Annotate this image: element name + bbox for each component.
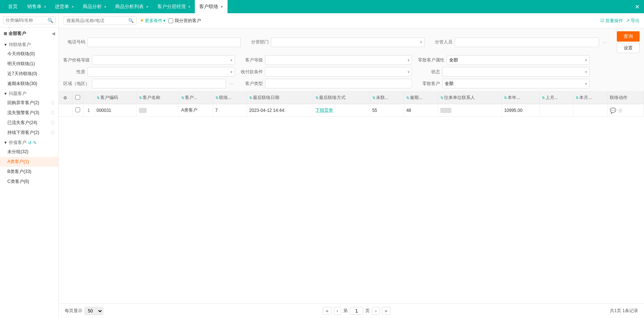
main-layout: 🔍 ⊞ 全部客户 ◀ ▼ 待联络客户 今天待联络(0) 明天待联络(1) 近7天… [0, 13, 644, 318]
col-last-contact-date[interactable]: 最后联络日期 [247, 92, 313, 104]
sidebar-item-b-class[interactable]: B类客户(33) [0, 167, 58, 177]
nav-tab-customer-contact[interactable]: 客户联络 × [195, 0, 227, 13]
phone-label: 电话号码 [63, 39, 85, 45]
settings-button[interactable]: 设置 [617, 43, 640, 53]
sidebar-item-declining[interactable]: 持续下滑客户(2) ⓘ [0, 128, 58, 138]
last-contact-method-link[interactable]: 下销货单 [315, 107, 333, 113]
nature-select[interactable]: ▾ [87, 67, 235, 77]
qr-icon[interactable]: ⊞ [618, 107, 623, 113]
retail-attr-select[interactable]: 全部 ▾ [447, 55, 590, 65]
sidebar-item-overdue[interactable]: 逾期未联络(30) [0, 79, 58, 89]
value-edit-icon[interactable]: ✎ [33, 140, 37, 145]
sidebar-item-churn-warning[interactable]: 流失预警客户(3) ⓘ [0, 108, 58, 118]
nav-home[interactable]: 首页 [3, 0, 23, 13]
sidebar-item-churned[interactable]: 已流失客户(24) ⓘ [0, 118, 58, 128]
close-sales-tab[interactable]: × [44, 4, 46, 9]
phone-input[interactable] [87, 38, 241, 47]
region-input[interactable] [92, 79, 226, 88]
page-size-dropdown[interactable]: 50 10 20 100 [85, 307, 103, 315]
row-checkbox[interactable] [75, 107, 80, 112]
bulk-op-icon: ☑ [600, 18, 604, 23]
export-btn[interactable]: ↗ 导出 [626, 18, 640, 24]
customer-table: ⚙ 客户编码 客户名称 客户... 联络... 最后联络日期 最后联络方式 未联… [59, 92, 644, 117]
sidebar-item-tomorrow[interactable]: 明天待联络(1) [0, 59, 58, 69]
filter-price-level: 客户价格等级 ▾ [63, 55, 235, 65]
gear-icon[interactable]: ⚙ [63, 95, 67, 100]
col-gear[interactable]: ⚙ [59, 92, 72, 104]
col-customer-name[interactable]: 客户名称 [136, 92, 179, 104]
select-all-checkbox[interactable] [75, 95, 80, 100]
retail-customer-chevron: ▾ [585, 82, 587, 86]
sidebar-item-ungrouped[interactable]: 未分组(32) [0, 147, 58, 157]
more-conditions-btn[interactable]: ▼ 更多条件 ▾ [140, 18, 165, 24]
col-last-month[interactable]: 上月... [539, 92, 573, 104]
col-this-year[interactable]: 本年... [502, 92, 539, 104]
dept-select[interactable]: ▾ [271, 38, 424, 47]
my-customers-checkbox[interactable]: 我分管的客户 [168, 18, 201, 24]
close-customer-tier-tab[interactable]: × [188, 4, 190, 9]
next-page-btn[interactable]: › [372, 307, 379, 315]
last-page-btn[interactable]: » [382, 307, 390, 315]
col-this-month[interactable]: 本月... [573, 92, 608, 104]
filter-row-4: 区域（地区） ··· 客户类型 零散客户 全部 ▾ [63, 79, 640, 88]
dept-chevron: ▾ [420, 40, 422, 44]
price-level-select[interactable]: ▾ [92, 55, 235, 65]
customer-level-select[interactable]: ▾ [265, 55, 412, 65]
unit-contact-blurred: RE . [440, 108, 451, 113]
close-purchase-tab[interactable]: × [71, 4, 74, 9]
sidebar-item-c-class[interactable]: C类客户(6) [0, 177, 58, 187]
person-dots[interactable]: ··· [601, 40, 608, 45]
window-close-icon[interactable]: ✕ [635, 3, 640, 10]
section-arrow-problem: ▼ [4, 92, 7, 96]
bulk-operation-btn[interactable]: ☑ 批量操作 [600, 18, 623, 24]
sidebar-item-a-class[interactable]: A类客户(1) [0, 157, 58, 167]
col-overdue[interactable]: 逾期... [404, 92, 438, 104]
customer-type-input[interactable] [265, 79, 412, 88]
pagination-bar: 每页显示 50 10 20 100 « ‹ 第 页 › » 共1页 1条记录 [59, 303, 644, 318]
col-last-contact-method[interactable]: 最后联络方式 [313, 92, 370, 104]
region-label: 区域（地区） [63, 81, 90, 87]
filter-search-input[interactable] [63, 16, 137, 25]
sidebar-item-repurchase[interactable]: 回购异常客户(2) ⓘ [0, 98, 58, 108]
nav-tab-sales[interactable]: 销售单 × [23, 0, 50, 13]
status-select[interactable]: ▾ [442, 67, 590, 77]
retail-customer-select[interactable]: 全部 ▾ [442, 79, 590, 88]
filter-bar-right: ☑ 批量操作 ↗ 导出 [600, 18, 640, 24]
person-input[interactable] [455, 38, 599, 47]
col-customer-type[interactable]: 客户... [179, 92, 213, 104]
filter-status: 状态 ▾ [418, 67, 590, 77]
status-label: 状态 [418, 69, 440, 75]
value-refresh-icon[interactable]: ↺ [28, 140, 32, 145]
nav-tab-customer-tier[interactable]: 客户分层经营 × [153, 0, 195, 13]
close-product-analysis-tab[interactable]: × [104, 4, 106, 9]
sidebar-item-today[interactable]: 今天待联络(0) [0, 49, 58, 59]
col-unit-contact[interactable]: 往来单位联系人 [438, 92, 502, 104]
col-contact-count[interactable]: 联络... [213, 92, 247, 104]
filter-nature: 性质 ▾ [63, 67, 235, 77]
row-contact-count-cell: 7 [213, 104, 247, 117]
filter-search-icon: 🔍 [128, 18, 134, 23]
payment-select[interactable]: ▾ [265, 67, 412, 77]
comment-icon[interactable]: 💬 [610, 107, 616, 113]
filter-person: 分管人员 ··· [430, 38, 608, 47]
col-action: 联络动作 [607, 92, 644, 104]
col-customer-code[interactable]: 客户编码 [94, 92, 136, 104]
region-dots[interactable]: ··· [228, 81, 235, 86]
all-customers-header[interactable]: ⊞ 全部客户 ◀ [0, 28, 58, 40]
close-customer-contact-tab[interactable]: × [221, 4, 223, 9]
first-page-btn[interactable]: « [323, 307, 331, 315]
nav-tab-purchase[interactable]: 进货单 × [50, 0, 78, 13]
sidebar-collapse-icon[interactable]: ◀ [52, 31, 55, 36]
page-label: 第 [343, 308, 348, 314]
my-customers-check[interactable] [168, 18, 173, 23]
close-product-list-tab[interactable]: × [146, 4, 148, 9]
page-input[interactable] [350, 307, 363, 315]
query-button[interactable]: 查询 [617, 31, 640, 42]
sidebar-item-week[interactable]: 近7天待联络(0) [0, 69, 58, 79]
nav-tab-product-analysis[interactable]: 商品分析 × [78, 0, 111, 13]
prev-page-btn[interactable]: ‹ [334, 307, 341, 315]
row-last-contact-method-cell[interactable]: 下销货单 [313, 104, 370, 117]
col-num [83, 92, 94, 104]
col-uncontacted[interactable]: 未联... [370, 92, 404, 104]
nav-tab-product-list[interactable]: 商品分析列表 × [111, 0, 153, 13]
